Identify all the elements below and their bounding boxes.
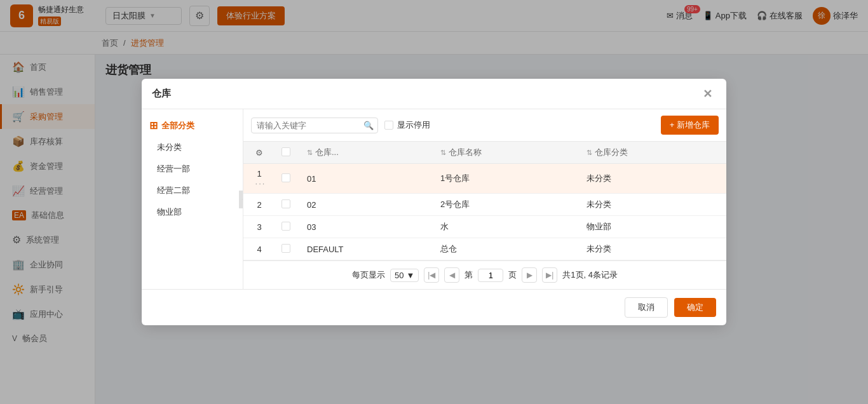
- warehouse-name: 2号仓库: [434, 194, 580, 216]
- category-item-unclassified[interactable]: 未分类: [142, 137, 243, 158]
- modal-body: ⊞ 全部分类 ‹ 未分类 经营一部 经营二部 物业部 🔍: [142, 109, 726, 289]
- page-label: 第: [465, 269, 473, 281]
- row-actions-button[interactable]: ···: [255, 178, 266, 188]
- row-number: 2: [243, 194, 275, 216]
- modal-header: 仓库 ✕: [142, 79, 726, 109]
- cancel-button[interactable]: 取消: [625, 297, 668, 318]
- table-row[interactable]: 1 ··· 01 1号仓库 未分类: [243, 164, 726, 194]
- th-category: ⇅仓库分类: [580, 142, 726, 164]
- warehouse-code: 01: [301, 164, 434, 194]
- category-item-dept2[interactable]: 经营二部: [142, 180, 243, 201]
- search-input[interactable]: [257, 121, 363, 130]
- category-all-label: 全部分类: [161, 120, 194, 131]
- sort-icon: ⇅: [440, 149, 446, 156]
- per-page-value: 50: [395, 271, 403, 280]
- prev-page-button[interactable]: ◀: [444, 267, 459, 283]
- row-checkbox[interactable]: [281, 199, 290, 208]
- table-row[interactable]: 3 03 水 物业部: [243, 216, 726, 238]
- warehouse-category: 未分类: [580, 164, 726, 194]
- table-row[interactable]: 4 DEFAULT 总仓 未分类: [243, 238, 726, 260]
- select-all-checkbox[interactable]: [281, 147, 290, 156]
- warehouse-category: 物业部: [580, 216, 726, 238]
- warehouse-category: 未分类: [580, 194, 726, 216]
- search-box: 🔍: [251, 118, 378, 133]
- warehouse-table: ⚙ ⇅仓库... ⇅仓库名称 ⇅仓库分类 1 ···: [243, 142, 726, 260]
- th-checkbox: [275, 142, 301, 164]
- page-unit: 页: [508, 269, 517, 281]
- gear-icon: ⚙: [255, 148, 263, 158]
- modal-overlay: 仓库 ✕ ⊞ 全部分类 ‹ 未分类 经营一部 经营二部 物业部: [0, 0, 868, 404]
- table-body: 1 ··· 01 1号仓库 未分类 2 0: [243, 164, 726, 260]
- add-warehouse-button[interactable]: + 新增仓库: [661, 116, 719, 135]
- warehouse-code: DEFAULT: [301, 238, 434, 260]
- warehouse-name: 总仓: [434, 238, 580, 260]
- category-collapse-button[interactable]: ‹: [239, 191, 243, 208]
- row-checkbox[interactable]: [281, 222, 290, 231]
- warehouse-code: 03: [301, 216, 434, 238]
- page-input[interactable]: [478, 269, 503, 282]
- category-item-property[interactable]: 物业部: [142, 201, 243, 223]
- category-item-dept1[interactable]: 经营一部: [142, 158, 243, 180]
- warehouse-modal: 仓库 ✕ ⊞ 全部分类 ‹ 未分类 经营一部 经营二部 物业部: [142, 79, 726, 325]
- show-disabled-checkbox[interactable]: [384, 121, 393, 130]
- row-checkbox[interactable]: [281, 244, 290, 253]
- th-name: ⇅仓库名称: [434, 142, 580, 164]
- table-head: ⚙ ⇅仓库... ⇅仓库名称 ⇅仓库分类: [243, 142, 726, 164]
- per-page-select[interactable]: 50 ▼: [390, 269, 419, 282]
- pagination-area: 每页显示 50 ▼ |◀ ◀ 第 页 ▶ ▶| 共1页, 4条记录: [243, 260, 726, 289]
- warehouse-category: 未分类: [580, 238, 726, 260]
- show-disabled-label: 显示停用: [397, 119, 430, 131]
- grid-icon: ⊞: [149, 119, 158, 131]
- warehouse-name: 1号仓库: [434, 164, 580, 194]
- row-checkbox-cell: [275, 164, 301, 194]
- table-wrap: ⚙ ⇅仓库... ⇅仓库名称 ⇅仓库分类 1 ···: [243, 142, 726, 260]
- confirm-button[interactable]: 确定: [674, 298, 716, 317]
- row-checkbox-cell: [275, 194, 301, 216]
- table-toolbar: 🔍 显示停用 + 新增仓库: [243, 109, 726, 142]
- table-panel: 🔍 显示停用 + 新增仓库 ⚙: [243, 109, 726, 289]
- th-gear: ⚙: [243, 142, 275, 164]
- show-disabled-area: 显示停用: [384, 119, 430, 131]
- close-button[interactable]: ✕: [698, 85, 716, 103]
- row-number: 4: [243, 238, 275, 260]
- search-icon[interactable]: 🔍: [363, 121, 374, 130]
- category-panel: ⊞ 全部分类 ‹ 未分类 经营一部 经营二部 物业部: [142, 109, 243, 289]
- row-number: 1 ···: [243, 164, 275, 194]
- chevron-down-icon: ▼: [406, 271, 414, 280]
- first-page-button[interactable]: |◀: [424, 267, 439, 283]
- th-code: ⇅仓库...: [301, 142, 434, 164]
- modal-title: 仓库: [152, 88, 171, 100]
- warehouse-name: 水: [434, 216, 580, 238]
- total-info: 共1页, 4条记录: [562, 269, 618, 281]
- next-page-button[interactable]: ▶: [522, 267, 537, 283]
- sort-icon: ⇅: [307, 149, 313, 156]
- row-number: 3: [243, 216, 275, 238]
- sort-icon: ⇅: [587, 149, 592, 156]
- per-page-label: 每页显示: [352, 269, 385, 281]
- row-checkbox-cell: [275, 216, 301, 238]
- row-checkbox-cell: [275, 238, 301, 260]
- category-all-header[interactable]: ⊞ 全部分类: [142, 114, 243, 137]
- modal-footer: 取消 确定: [142, 289, 726, 325]
- table-row[interactable]: 2 02 2号仓库 未分类: [243, 194, 726, 216]
- last-page-button[interactable]: ▶|: [542, 267, 557, 283]
- row-checkbox[interactable]: [281, 173, 290, 182]
- warehouse-code: 02: [301, 194, 434, 216]
